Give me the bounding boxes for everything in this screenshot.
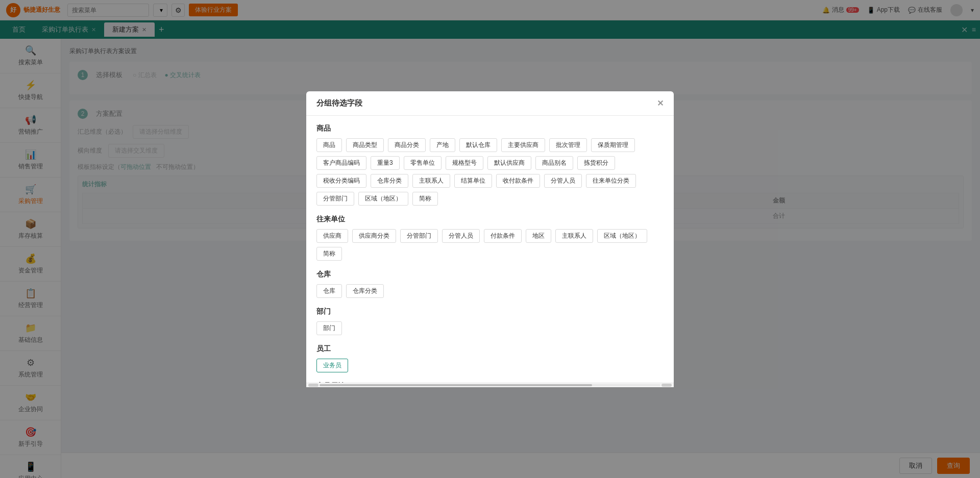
goods-fields: 商品 商品类型 商品分类 产地 默认仓库 主要供应商 批次管理 保质期管理 客户… bbox=[316, 138, 664, 206]
dept-title: 部门 bbox=[316, 307, 664, 316]
field-tag-goods-category[interactable]: 商品分类 bbox=[388, 138, 426, 152]
hscroll-thumb bbox=[320, 384, 592, 386]
field-tag-supplier-cat[interactable]: 供应商分类 bbox=[352, 229, 396, 243]
field-tag-retail-unit[interactable]: 零售单位 bbox=[404, 156, 442, 170]
goods-section: 商品 商品 商品类型 商品分类 产地 默认仓库 主要供应商 批次管理 保质期管理… bbox=[316, 124, 664, 206]
field-tag-main-supplier[interactable]: 主要供应商 bbox=[501, 138, 545, 152]
modal-header: 分组待选字段 ✕ bbox=[306, 91, 674, 116]
field-tag-dept[interactable]: 分管部门 bbox=[316, 192, 354, 206]
partner-fields: 供应商 供应商分类 分管部门 分管人员 付款条件 地区 主联系人 区域（地区） … bbox=[316, 229, 664, 261]
partner-section: 往来单位 供应商 供应商分类 分管部门 分管人员 付款条件 地区 主联系人 区域… bbox=[316, 215, 664, 261]
field-select-modal: 分组待选字段 ✕ 商品 商品 商品类型 商品分类 产地 默认仓库 主要供应商 批… bbox=[306, 91, 674, 387]
field-tag-region[interactable]: 区域（地区） bbox=[358, 192, 408, 206]
hscroll-track bbox=[320, 384, 660, 386]
warehouse-section: 仓库 仓库 仓库分类 bbox=[316, 270, 664, 298]
modal-overlay: 分组待选字段 ✕ 商品 商品 商品类型 商品分类 产地 默认仓库 主要供应商 批… bbox=[0, 0, 980, 478]
field-tag-settle-unit[interactable]: 结算单位 bbox=[454, 174, 492, 188]
employee-title: 员工 bbox=[316, 344, 664, 354]
field-tag-warehouse[interactable]: 仓库 bbox=[316, 284, 342, 298]
field-tag-dept2[interactable]: 分管部门 bbox=[400, 229, 438, 243]
field-tag-payment-terms[interactable]: 收付款条件 bbox=[496, 174, 540, 188]
field-tag-origin[interactable]: 产地 bbox=[430, 138, 455, 152]
field-tag-goods[interactable]: 商品 bbox=[316, 138, 342, 152]
employee-fields: 业务员 bbox=[316, 359, 664, 372]
field-tag-partner-category[interactable]: 往来单位分类 bbox=[586, 174, 636, 188]
hscroll-left-btn[interactable] bbox=[308, 384, 318, 387]
modal-hscrollbar[interactable] bbox=[306, 383, 674, 387]
warehouse-title: 仓库 bbox=[316, 270, 664, 279]
field-tag-weight3[interactable]: 重量3 bbox=[371, 156, 400, 170]
dept-section: 部门 部门 bbox=[316, 307, 664, 335]
field-tag-tax-code[interactable]: 税收分类编码 bbox=[316, 174, 366, 188]
field-tag-pick-points[interactable]: 拣货积分 bbox=[577, 156, 615, 170]
hscroll-right-btn[interactable] bbox=[662, 384, 672, 387]
field-tag-abbr2[interactable]: 简称 bbox=[316, 247, 342, 261]
field-tag-warehouse-cat[interactable]: 仓库分类 bbox=[346, 284, 384, 298]
field-tag-abbr[interactable]: 简称 bbox=[412, 192, 438, 206]
field-tag-goods-type[interactable]: 商品类型 bbox=[346, 138, 384, 152]
field-tag-payment-cond[interactable]: 付款条件 bbox=[484, 229, 522, 243]
field-tag-main-contact[interactable]: 主联系人 bbox=[412, 174, 450, 188]
goods-title: 商品 bbox=[316, 124, 664, 133]
field-tag-warehouse-category[interactable]: 仓库分类 bbox=[371, 174, 408, 188]
modal-title: 分组待选字段 bbox=[316, 98, 362, 108]
field-tag-region3[interactable]: 区域（地区） bbox=[597, 229, 647, 243]
field-tag-customer-code[interactable]: 客户商品编码 bbox=[316, 156, 366, 170]
warehouse-fields: 仓库 仓库分类 bbox=[316, 284, 664, 298]
modal-body[interactable]: 商品 商品 商品类型 商品分类 产地 默认仓库 主要供应商 批次管理 保质期管理… bbox=[306, 116, 674, 383]
field-tag-goods-alias[interactable]: 商品别名 bbox=[535, 156, 573, 170]
field-tag-main-contact2[interactable]: 主联系人 bbox=[555, 229, 593, 243]
field-tag-department[interactable]: 部门 bbox=[316, 321, 342, 335]
field-tag-sales-person[interactable]: 业务员 bbox=[316, 359, 348, 372]
dept-fields: 部门 bbox=[316, 321, 664, 335]
modal-close-btn[interactable]: ✕ bbox=[657, 98, 664, 108]
employee-section: 员工 业务员 bbox=[316, 344, 664, 372]
field-tag-spec-type[interactable]: 规格型号 bbox=[446, 156, 483, 170]
partner-title: 往来单位 bbox=[316, 215, 664, 224]
field-tag-supplier[interactable]: 供应商 bbox=[316, 229, 348, 243]
field-tag-supervisor2[interactable]: 分管人员 bbox=[442, 229, 480, 243]
field-tag-default-supplier[interactable]: 默认供应商 bbox=[487, 156, 531, 170]
field-tag-batch[interactable]: 批次管理 bbox=[549, 138, 587, 152]
field-tag-supervisor[interactable]: 分管人员 bbox=[544, 174, 582, 188]
field-tag-region2[interactable]: 地区 bbox=[526, 229, 551, 243]
field-tag-default-warehouse[interactable]: 默认仓库 bbox=[459, 138, 497, 152]
field-tag-expiry[interactable]: 保质期管理 bbox=[591, 138, 635, 152]
